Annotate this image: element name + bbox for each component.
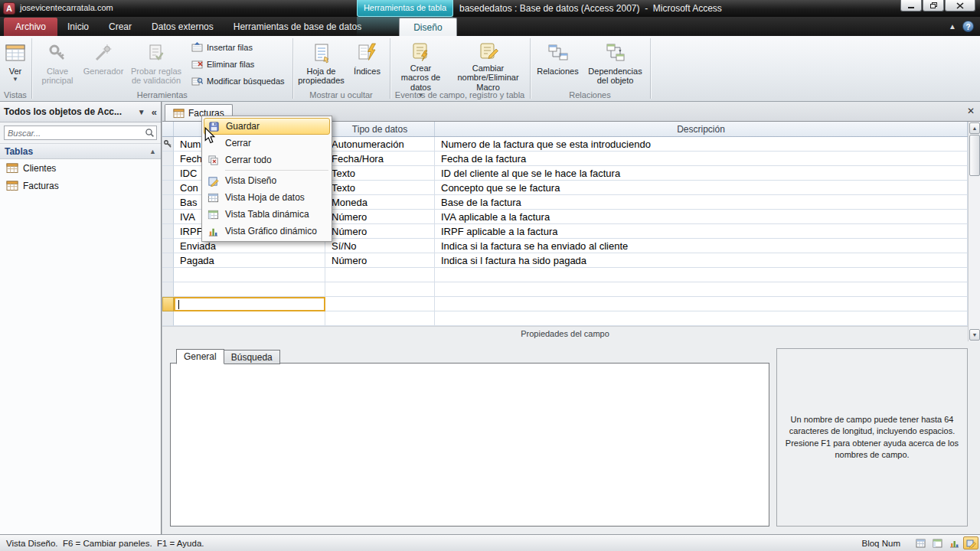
scrollbar-thumb[interactable] [969,135,980,176]
menu-label: Guardar [226,121,260,132]
restore-button[interactable] [923,0,944,11]
field-type-cell[interactable]: Texto [325,181,435,195]
row-selector[interactable] [162,239,174,253]
tab-herramientas-bd[interactable]: Herramientas de base de datos [224,18,371,36]
hoja-propiedades-button[interactable]: Hoja de propiedades [296,37,347,90]
menu-item-vista-hoja-datos[interactable]: Vista Hoja de datos [204,189,330,206]
pivottable-view-button[interactable] [929,536,945,549]
row-selector[interactable] [162,253,174,268]
minimize-ribbon-icon[interactable]: ▲ [949,22,956,31]
field-type-cell[interactable] [325,297,435,311]
field-desc-cell[interactable]: Base de la factura [435,195,968,210]
field-desc-cell[interactable]: IVA aplicable a la factura [435,210,968,224]
design-view-button[interactable] [963,536,978,549]
field-desc-cell[interactable]: Indica si la factura se ha enviado al cl… [435,239,968,253]
vertical-scrollbar[interactable]: ▲ ▼ [968,122,980,341]
field-type-cell[interactable] [325,282,435,297]
row-selector[interactable] [162,152,174,166]
insertar-filas-button[interactable]: Insertar filas [187,40,289,55]
nav-pane-header[interactable]: Todos los objetos de Acc... ▼ « [0,102,161,122]
active-row-selector[interactable] [162,297,174,311]
menu-item-vista-grafico-dinamico[interactable]: Vista Gráfico dinámico [204,223,330,240]
field-name-cell[interactable]: Pagada [174,253,325,268]
help-icon[interactable]: ? [962,21,974,32]
field-desc-cell[interactable]: Numero de la factura que se esta introdu… [435,137,968,152]
crear-macros-button[interactable]: Crear macros de datos ▼ [394,37,449,90]
row-selector[interactable] [162,311,174,326]
scroll-up-icon[interactable]: ▲ [969,122,980,134]
field-name-cell[interactable] [174,282,325,297]
menu-item-vista-tabla-dinamica[interactable]: Vista Tabla dinámica [204,206,330,223]
crear-macros-label: Crear macros de datos [396,64,446,92]
field-type-cell[interactable]: Número [325,253,435,268]
search-input[interactable] [4,126,157,140]
field-type-cell[interactable] [325,268,435,282]
dependencias-label: Dependencias del objeto [586,67,645,86]
tab-crear[interactable]: Crear [99,18,142,36]
field-desc-cell[interactable] [435,297,968,311]
field-type-cell[interactable]: Número [325,224,435,239]
tab-archivo[interactable]: Archivo [4,18,57,36]
field-type-cell[interactable]: Texto [325,166,435,181]
clave-principal-label: Clave principal [38,67,77,86]
relaciones-button[interactable]: Relaciones [534,37,583,90]
field-name-cell[interactable] [174,268,325,282]
field-desc-cell[interactable]: ID del cliente al que se le hace la fact… [435,166,968,181]
row-selector[interactable] [162,166,174,181]
field-desc-cell[interactable] [435,282,968,297]
tab-diseno[interactable]: Diseño [399,18,456,36]
property-sheet[interactable] [170,363,769,527]
menu-item-cerrar-todo[interactable]: Cerrar todo [204,152,330,168]
indices-button[interactable]: Índices [348,37,387,90]
nav-item-facturas[interactable]: Facturas [0,177,161,194]
datasheet-view-button[interactable] [913,536,928,549]
field-desc-cell[interactable]: Fecha de la factura [435,152,968,166]
close-button[interactable] [945,0,975,11]
field-type-cell[interactable]: Número [325,210,435,224]
row-selector[interactable] [162,137,174,152]
field-type-cell[interactable]: Autonumeración [325,137,435,152]
ver-button[interactable]: Ver ▼ [2,37,28,90]
access-window: A josevicentecarratala.com Herramientas … [0,0,980,551]
dependencias-button[interactable]: Dependencias del objeto [584,37,647,90]
close-document-icon[interactable]: ✕ [967,106,975,116]
scroll-down-icon[interactable]: ▼ [969,329,980,341]
menu-item-vista-diseno[interactable]: Vista Diseño [204,172,330,189]
row-selector[interactable] [162,195,174,210]
field-type-cell[interactable]: Fecha/Hora [325,152,435,166]
nav-section-tablas[interactable]: Tablas ▲ [0,144,161,159]
cambiar-nombre-button[interactable]: Cambiar nombre/Eliminar Macro [450,37,527,90]
field-type-cell[interactable]: Moneda [325,195,435,210]
empty-row [162,282,968,297]
field-name-cell[interactable] [174,311,325,326]
tab-inicio[interactable]: Inicio [57,18,99,36]
search-icon[interactable] [145,128,155,138]
field-desc-cell[interactable]: IRPF aplicable a la factura [435,224,968,239]
tab-busqueda[interactable]: Búsqueda [224,350,280,364]
field-desc-cell[interactable] [435,311,968,326]
menu-item-cerrar[interactable]: Cerrar [204,135,330,152]
menu-item-guardar[interactable]: Guardar [204,118,330,135]
row-selector[interactable] [162,282,174,297]
row-selector[interactable] [162,210,174,224]
field-desc-cell[interactable]: Indica si l factura ha sido pagada [435,253,968,268]
active-field-name-cell[interactable] [174,297,325,311]
minimize-button[interactable] [900,0,922,11]
tab-datos-externos[interactable]: Datos externos [142,18,224,36]
eliminar-filas-button[interactable]: Eliminar filas [187,57,289,72]
pivotchart-view-button[interactable] [946,536,962,549]
nav-item-clientes[interactable]: Clientes [0,159,161,177]
field-type-cell[interactable] [325,311,435,326]
field-type-cell[interactable]: Sí/No [325,239,435,253]
hoja-propiedades-label: Hoja de propiedades [298,67,345,86]
field-desc-cell[interactable] [435,268,968,282]
row-selector[interactable] [162,268,174,282]
chevron-down-icon[interactable]: ▼ [138,108,145,116]
collapse-pane-icon[interactable]: « [152,106,157,118]
row-selector[interactable] [162,224,174,239]
tab-general[interactable]: General [176,349,224,364]
modificar-busquedas-button[interactable]: Modificar búsquedas [187,73,289,89]
field-desc-cell[interactable]: Concepto que se le factura [435,181,968,195]
access-app-icon[interactable]: A [3,2,15,15]
row-selector[interactable] [162,181,174,195]
